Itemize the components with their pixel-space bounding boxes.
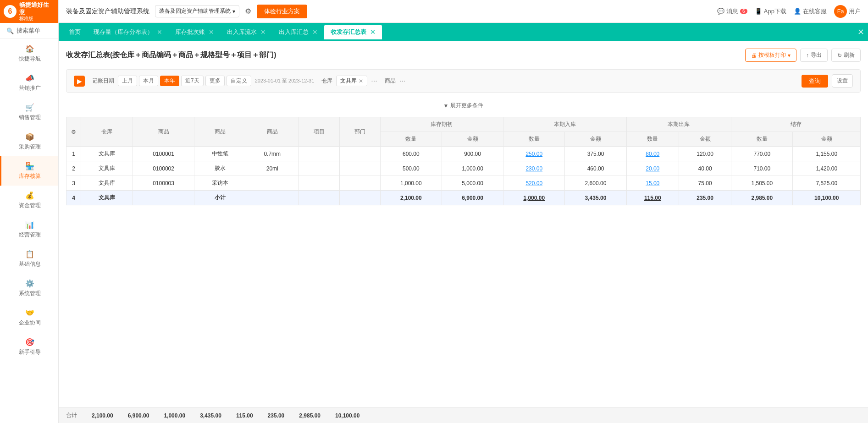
row-in-qty[interactable]: 230.00	[503, 161, 565, 176]
row-code	[133, 191, 194, 205]
user-item[interactable]: Ea 用户	[834, 5, 861, 18]
tab-close-stock-summary[interactable]: ✕	[312, 28, 318, 36]
table-row: 1 文具库 0100001 中性笔 0.7mm 600.00 900.00 25…	[66, 147, 861, 161]
setting-btn[interactable]: 设置	[832, 74, 853, 88]
col-bal-qty: 数量	[731, 132, 793, 147]
filter-toggle-btn[interactable]: ▶	[74, 76, 85, 87]
row-in-amt: 2,600.00	[565, 176, 626, 191]
tab-close-collect-send[interactable]: ✕	[370, 28, 376, 36]
date-btn-custom[interactable]: 自定义	[227, 76, 251, 86]
row-department	[339, 191, 380, 205]
topbar-right: 💬 消息 6 📱 App下载 👤 在线客服 Ea 用户	[717, 5, 861, 18]
tab-collect-send[interactable]: 收发存汇总表 ✕	[324, 25, 382, 39]
row-bal-amt: 7,525.00	[793, 176, 861, 191]
gear-icon[interactable]: ⚙	[245, 7, 251, 16]
row-warehouse: 文具库	[81, 147, 133, 161]
row-out-qty[interactable]: 15.00	[626, 176, 679, 191]
sidebar-item-enterprise[interactable]: 🤝 企业协同	[0, 303, 58, 332]
guide-icon: 🎯	[25, 338, 34, 346]
sidebar-item-system[interactable]: ⚙️ 系统管理	[0, 274, 58, 303]
warehouse-tag-remove[interactable]: ✕	[359, 78, 363, 84]
filter-bar: ▶ 记账日期 上月 本月 本年 近7天 更多 自定义 2023-01-01 至 …	[66, 69, 861, 93]
date-btn-this-year[interactable]: 本年	[160, 76, 179, 86]
sidebar-item-inventory[interactable]: 🏪 库存核算	[0, 156, 58, 186]
message-item[interactable]: 💬 消息 6	[717, 7, 747, 16]
filter-toggle-icon: ▶	[77, 77, 82, 85]
warehouse-tag[interactable]: 文具库 ✕	[336, 76, 367, 86]
col-settings[interactable]: ⚙	[66, 117, 81, 147]
product-filter-group: 商品 ···	[385, 77, 405, 85]
col-spec-header: 商品	[246, 117, 299, 147]
row-department	[339, 176, 380, 191]
row-no: 3	[66, 176, 81, 191]
footer-out-qty: 115.00	[236, 412, 253, 419]
sidebar: 6 畅捷通好生意 标准版 🔍 搜索菜单 🏠 快捷导航 📣 营销推广 🛒 销售管理…	[0, 0, 59, 423]
topbar: 装备及固定资产辅助管理系统 装备及固定资产辅助管理系统 ▾ ⚙ 体验行业方案 💬…	[59, 0, 868, 23]
refresh-btn[interactable]: ↻ 刷新	[831, 49, 861, 62]
close-all-tabs[interactable]: ✕	[857, 27, 864, 37]
tab-stock-summary[interactable]: 出入库汇总 ✕	[272, 25, 324, 39]
sidebar-item-sales[interactable]: 🛒 销售管理	[0, 98, 58, 127]
date-buttons: 上月 本月 本年 近7天 更多 自定义	[118, 76, 251, 86]
export-btn[interactable]: ↑ 导出	[800, 49, 828, 62]
sidebar-search[interactable]: 🔍 搜索菜单	[0, 23, 58, 39]
message-icon: 💬	[717, 8, 724, 15]
inventory-icon: 🏪	[25, 162, 34, 170]
print-btn[interactable]: 🖨 按模板打印 ▾	[745, 49, 796, 62]
service-icon: 👤	[794, 8, 801, 15]
sidebar-item-quick-nav[interactable]: 🏠 快捷导航	[0, 39, 58, 68]
row-no: 4	[66, 191, 81, 205]
experience-btn[interactable]: 体验行业方案	[257, 5, 307, 18]
sidebar-item-finance[interactable]: 💰 资金管理	[0, 186, 58, 215]
row-department	[339, 147, 380, 161]
download-icon: 📱	[755, 8, 762, 15]
tab-close-stock-dist[interactable]: ✕	[157, 28, 162, 36]
sidebar-logo: 6 畅捷通好生意 标准版	[0, 0, 58, 23]
warehouse-more-dots[interactable]: ···	[371, 77, 377, 85]
chevron-down-print-icon: ▾	[788, 52, 791, 59]
row-open-qty: 600.00	[380, 147, 442, 161]
row-spec	[246, 191, 299, 205]
product-more-dots[interactable]: ···	[399, 77, 405, 85]
settings-icon[interactable]: ⚙	[71, 129, 76, 135]
col-in-amt: 金额	[565, 132, 626, 147]
row-out-qty[interactable]: 80.00	[626, 147, 679, 161]
app-download-item[interactable]: 📱 App下载	[755, 7, 786, 16]
row-in-qty[interactable]: 520.00	[503, 176, 565, 191]
date-btn-7days[interactable]: 近7天	[181, 76, 204, 86]
row-bal-qty: 2,985.00	[731, 191, 793, 205]
date-btn-this-month[interactable]: 本月	[139, 76, 158, 86]
logo-text: 畅捷通好生意 标准版	[19, 1, 55, 21]
row-out-qty[interactable]: 20.00	[626, 161, 679, 176]
expand-more-conditions[interactable]: ▼ 展开更多条件	[66, 100, 861, 111]
sidebar-item-operations[interactable]: 📊 经营管理	[0, 215, 58, 244]
basic-info-icon: 📋	[25, 250, 34, 258]
tab-stock-dist[interactable]: 现存量（库存分布表） ✕	[87, 25, 169, 39]
col-opening-header: 库存期初	[380, 117, 503, 132]
date-btn-last-month[interactable]: 上月	[118, 76, 137, 86]
tab-batch[interactable]: 库存批次账 ✕	[169, 25, 221, 39]
row-in-amt: 3,435.00	[565, 191, 626, 205]
row-in-qty[interactable]: 250.00	[503, 147, 565, 161]
date-btn-more[interactable]: 更多	[205, 76, 225, 86]
tab-home[interactable]: 首页	[62, 25, 87, 39]
tab-stock-flow[interactable]: 出入库流水 ✕	[221, 25, 272, 39]
system-select[interactable]: 装备及固定资产辅助管理系统 ▾	[155, 5, 239, 17]
sidebar-item-purchase[interactable]: 📦 采购管理	[0, 127, 58, 156]
row-project	[299, 147, 339, 161]
page-actions: 🖨 按模板打印 ▾ ↑ 导出 ↻ 刷新	[745, 49, 861, 62]
sidebar-item-marketing[interactable]: 📣 营销推广	[0, 68, 58, 98]
footer-open-qty: 2,100.00	[92, 412, 113, 419]
col-bal-amt: 金额	[793, 132, 861, 147]
footer-in-amt: 3,435.00	[200, 412, 221, 419]
row-code: 0100001	[133, 147, 194, 161]
sidebar-item-guide[interactable]: 🎯 新手引导	[0, 332, 58, 362]
online-service-item[interactable]: 👤 在线客服	[794, 7, 827, 16]
search-btn[interactable]: 查询	[802, 75, 828, 88]
tab-close-stock-flow[interactable]: ✕	[260, 28, 266, 36]
sidebar-item-basic-info[interactable]: 📋 基础信息	[0, 244, 58, 274]
tab-close-batch[interactable]: ✕	[209, 28, 214, 36]
row-project	[299, 191, 339, 205]
row-spec: 0.7mm	[246, 147, 299, 161]
row-out-amt: 40.00	[679, 161, 731, 176]
